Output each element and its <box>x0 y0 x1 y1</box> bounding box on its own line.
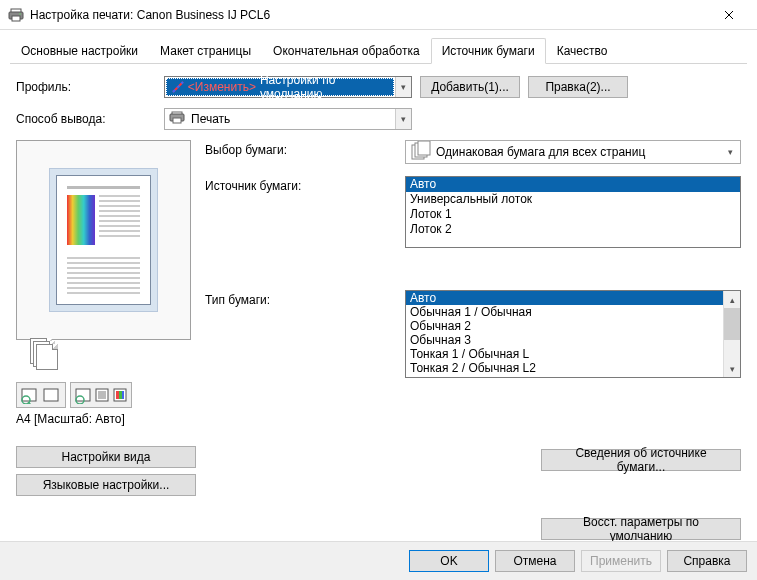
svg-rect-20 <box>418 141 430 155</box>
page-preview <box>16 140 191 340</box>
chevron-down-icon: ▾ <box>722 141 738 163</box>
tab-paper-source[interactable]: Источник бумаги <box>431 38 546 64</box>
list-item[interactable]: Тонкая 2 / Обычная L2 <box>406 361 723 375</box>
view-mode-toggle[interactable] <box>16 382 66 408</box>
print-icon <box>169 111 185 128</box>
add-profile-button[interactable]: Добавить(1)... <box>420 76 520 98</box>
dialog-footer: OK Отмена Применить Справка <box>0 541 757 580</box>
tab-page-layout[interactable]: Макет страницы <box>149 38 262 63</box>
profile-value: Настройки по умолчанию <box>260 73 389 101</box>
svg-rect-15 <box>116 391 119 399</box>
svg-rect-9 <box>44 389 58 401</box>
profile-dropdown[interactable]: <Изменить> Настройки по умолчанию ▾ <box>164 76 412 98</box>
tab-bar: Основные настройки Макет страницы Оконча… <box>10 38 747 64</box>
svg-rect-16 <box>119 391 122 399</box>
list-item[interactable]: Обычная 1 / Обычная <box>406 305 723 319</box>
cancel-button[interactable]: Отмена <box>495 550 575 572</box>
preview-toolbar <box>16 382 191 408</box>
paper-selection-dropdown[interactable]: Одинаковая бумага для всех страниц ▾ <box>405 140 741 164</box>
window-title: Настройка печати: Canon Business IJ PCL6 <box>30 8 709 22</box>
tab-finishing[interactable]: Окончательная обработка <box>262 38 431 63</box>
tab-basic[interactable]: Основные настройки <box>10 38 149 63</box>
list-item[interactable]: Тонкая 1 / Обычная L <box>406 347 723 361</box>
pages-icon <box>30 338 60 368</box>
list-item[interactable]: Универсальный лоток <box>406 192 740 207</box>
svg-rect-2 <box>12 16 20 21</box>
titlebar: Настройка печати: Canon Business IJ PCL6 <box>0 0 757 30</box>
output-label: Способ вывода: <box>16 112 156 126</box>
svg-rect-7 <box>22 389 36 401</box>
paper-source-label: Источник бумаги: <box>205 176 405 193</box>
svg-rect-13 <box>98 391 106 399</box>
preview-status: A4 [Масштаб: Авто] <box>16 412 191 426</box>
scroll-thumb[interactable] <box>724 308 740 340</box>
view-settings-button[interactable]: Настройки вида <box>16 446 196 468</box>
chevron-down-icon: ▾ <box>395 109 411 129</box>
pages-icon <box>410 141 432 164</box>
list-item[interactable]: Лоток 2 <box>406 222 740 237</box>
printer-icon <box>8 7 24 23</box>
scroll-up-icon[interactable]: ▴ <box>724 291 740 308</box>
edit-profile-button[interactable]: Правка(2)... <box>528 76 628 98</box>
paper-selection-value: Одинаковая бумага для всех страниц <box>436 145 722 159</box>
scrollbar[interactable]: ▴ ▾ <box>723 291 740 377</box>
paper-source-listbox[interactable]: Авто Универсальный лоток Лоток 1 Лоток 2 <box>405 176 741 248</box>
svg-point-3 <box>19 13 21 15</box>
profile-label: Профиль: <box>16 80 156 94</box>
close-button[interactable] <box>709 1 749 29</box>
list-item[interactable]: Лоток 1 <box>406 207 740 222</box>
language-settings-button[interactable]: Языковые настройки... <box>16 474 196 496</box>
paper-type-listbox[interactable]: Авто Обычная 1 / Обычная Обычная 2 Обычн… <box>405 290 741 378</box>
svg-rect-17 <box>122 391 124 399</box>
paper-type-label: Тип бумаги: <box>205 290 405 307</box>
profile-change-tag: <Изменить> <box>188 80 256 94</box>
apply-button: Применить <box>581 550 661 572</box>
paper-source-info-button[interactable]: Сведения об источнике бумаги... <box>541 449 741 471</box>
chevron-down-icon: ▾ <box>395 77 411 97</box>
list-item[interactable]: Обычная 2 <box>406 319 723 333</box>
paper-selection-label: Выбор бумаги: <box>205 140 405 157</box>
output-value: Печать <box>189 112 395 126</box>
restore-defaults-button[interactable]: Восст. параметры по умолчанию <box>541 518 741 540</box>
tab-quality[interactable]: Качество <box>546 38 619 63</box>
scroll-down-icon[interactable]: ▾ <box>724 360 740 377</box>
pencil-icon <box>171 80 184 94</box>
svg-rect-10 <box>76 389 90 401</box>
help-button[interactable]: Справка <box>667 550 747 572</box>
color-mode-toggle[interactable] <box>70 382 132 408</box>
list-item[interactable]: Авто <box>406 177 740 192</box>
svg-rect-6 <box>173 118 181 123</box>
list-item[interactable]: Обычная 3 <box>406 333 723 347</box>
list-item[interactable]: Авто <box>406 291 723 305</box>
rainbow-swatch <box>67 195 95 245</box>
output-dropdown[interactable]: Печать ▾ <box>164 108 412 130</box>
ok-button[interactable]: OK <box>409 550 489 572</box>
